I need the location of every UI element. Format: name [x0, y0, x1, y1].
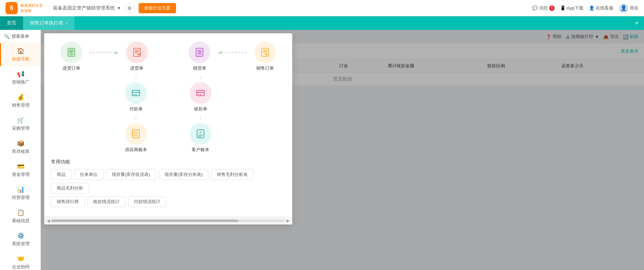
func-btn-sales-rank[interactable]: 销售排行榜 [51, 196, 85, 207]
finance-icon: 💳 [17, 163, 24, 170]
sales-order-node: $ 销售订单 [248, 41, 282, 71]
customer-ledger-label: 客户账本 [192, 147, 209, 153]
func-btn-partner[interactable]: 往来单位 [74, 169, 103, 180]
receipt-bill-down-arrow: ↓ [199, 113, 202, 122]
svg-text:¥: ¥ [135, 93, 137, 96]
basic-info-icon: 📋 [17, 209, 24, 216]
logo-area: 6 畅康通好生意 标准版 [5, 2, 46, 14]
supplier-ledger-icon [125, 123, 147, 145]
sidebar-item-quick-nav[interactable]: 🏠 快捷导航 [0, 43, 40, 66]
func-btn-stock-status[interactable]: 现存量(库存状况表) [106, 169, 156, 180]
purchase-bill-node: 进货单 [120, 41, 154, 71]
tab-sales-order[interactable]: 销售订单执行表 × [23, 16, 74, 30]
header-right: 💬 消息 6 📱 App下载 👤 在线客服 👤 用友 [532, 3, 639, 13]
sales-bill-icon [189, 41, 210, 63]
payment-bill-down-arrow: ↓ [135, 113, 137, 122]
scroll-right-button[interactable]: ▶ [286, 218, 290, 223]
svg-rect-28 [132, 131, 133, 132]
top-header: 6 畅康通好生意 标准版 装备及固定资产辅助管理系统 ▼ ⚙ 体验行业方案 💬 … [0, 0, 644, 16]
sidebar-item-finance[interactable]: 💳 资金管理 [0, 159, 40, 182]
tab-close-icon[interactable]: × [65, 21, 68, 25]
tab-home[interactable]: 首页 [0, 16, 23, 30]
svg-text:¥: ¥ [199, 93, 202, 96]
system-title: 装备及固定资产辅助管理系统 ▼ [53, 5, 121, 11]
sidebar-item-inventory[interactable]: 📦 库存核算 [0, 136, 40, 159]
scrollbar-track[interactable] [51, 219, 285, 222]
marketing-icon: 📢 [17, 70, 24, 78]
modal-scrollbar: ◀ ▶ [44, 217, 292, 224]
modal-box: 进货订单 ▶ [44, 33, 292, 224]
func-btn-product-profit[interactable]: 商品毛利分析 [51, 183, 89, 194]
sidebar-item-operations[interactable]: 📊 经营管理 [0, 182, 40, 205]
func-btn-product[interactable]: 商品 [51, 169, 71, 180]
purchase-order-node: 进货订单 [54, 41, 88, 71]
sidebar-item-sales[interactable]: 💰 销售管理 [0, 89, 40, 112]
func-btn-sales-profit[interactable]: 销售毛利分析表 [211, 169, 254, 180]
svg-rect-29 [132, 133, 133, 134]
func-btn-stock-dist[interactable]: 现存量(库存分布表) [159, 169, 209, 180]
service-icon: 👤 [589, 5, 594, 11]
sidebar: 🔍 搜索菜单 🏠 快捷导航 📢 营销推广 💰 销售管理 🛒 采购管理 📦 库存核… [0, 30, 41, 270]
scroll-left-button[interactable]: ◀ [47, 218, 50, 223]
svg-point-21 [133, 94, 135, 95]
sidebar-item-marketing[interactable]: 📢 营销推广 [0, 66, 40, 89]
nav-tabs: 首页 销售订单执行表 × × [0, 16, 644, 30]
message-icon: 💬 [532, 5, 538, 11]
svg-point-25 [198, 94, 199, 95]
sales-icon: 💰 [17, 93, 24, 101]
func-btn-payment-stat[interactable]: 付款情况统计 [128, 196, 166, 207]
common-functions-title: 常用功能 [51, 159, 285, 165]
purchase-bill-label: 进货单 [130, 65, 143, 71]
close-all-tabs-button[interactable]: × [629, 20, 644, 27]
online-service-button[interactable]: 👤 在线客服 [589, 5, 613, 11]
func-btn-receipt-stat[interactable]: 收款情况统计 [87, 196, 125, 207]
app-download-button[interactable]: 📱 App下载 [560, 5, 584, 11]
purchase-order-icon [60, 41, 82, 63]
svg-point-35 [199, 131, 202, 134]
sidebar-item-basic-info[interactable]: 📋 基础信息 [0, 205, 40, 228]
system-dropdown-arrow[interactable]: ▼ [117, 6, 121, 11]
purchase-bill-down-arrow: ↓ [135, 73, 137, 81]
receipt-bill-label: 收款单 [194, 106, 207, 112]
inventory-icon: 📦 [17, 140, 24, 147]
customer-ledger-node: 客户账本 [184, 123, 217, 153]
workflow-diagram: 进货订单 ▶ [44, 33, 292, 159]
sales-order-label: 销售订单 [256, 65, 274, 71]
search-menu-button[interactable]: 🔍 搜索菜单 [0, 30, 40, 43]
supplier-ledger-node: 供应商账本 [119, 123, 153, 153]
main-content: ❓ 帮助 🖨 按模板打印 ▼ 📤 导出 🔄 刷新 📅 ~ 📅 [41, 30, 644, 270]
purchase-order-label: 进货订单 [63, 65, 80, 71]
customer-ledger-icon [190, 123, 211, 145]
sales-bill-label: 销货单 [193, 65, 206, 71]
modal-overlay[interactable]: 进货订单 ▶ [41, 30, 644, 270]
payment-bill-node: ¥ 付款单 [119, 82, 153, 112]
scrollbar-thumb [51, 219, 238, 222]
settings-button[interactable]: ⚙ [125, 3, 135, 13]
receipt-bill-node: ¥ 收款单 [184, 82, 217, 112]
avatar: 👤 [619, 3, 628, 13]
payment-bill-label: 付款单 [129, 106, 143, 112]
experience-button[interactable]: 体验行业方案 [139, 3, 176, 13]
sidebar-item-system[interactable]: ⚙️ 系统管理 [0, 228, 40, 251]
supplier-ledger-label: 供应商账本 [125, 147, 147, 153]
sales-bill-node: 销货单 [182, 41, 216, 71]
download-icon: 📱 [560, 5, 565, 11]
message-button[interactable]: 💬 消息 6 [532, 5, 555, 11]
func-buttons-row1: 商品 往来单位 现存量(库存状况表) 现存量(库存分布表) 销售毛利分析表 商品… [51, 169, 285, 194]
message-badge: 6 [549, 5, 555, 11]
system-icon: ⚙️ [17, 232, 24, 239]
search-icon: 🔍 [4, 34, 10, 39]
sidebar-item-purchase[interactable]: 🛒 采购管理 [0, 112, 40, 136]
user-menu[interactable]: 👤 用友 [619, 3, 639, 13]
payment-bill-icon: ¥ [125, 82, 147, 104]
svg-rect-4 [134, 48, 140, 56]
operations-icon: 📊 [17, 186, 24, 193]
func-buttons-row2: 销售排行榜 收款情况统计 付款情况统计 [51, 196, 285, 207]
main-layout: 🔍 搜索菜单 🏠 快捷导航 📢 营销推广 💰 销售管理 🛒 采购管理 📦 库存核… [0, 30, 644, 270]
purchase-icon: 🛒 [17, 116, 24, 124]
receipt-bill-icon: ¥ [190, 82, 211, 104]
enterprise-icon: 🤝 [17, 255, 24, 263]
sales-order-icon: $ [254, 41, 276, 63]
sidebar-item-enterprise[interactable]: 🤝 企业协同 [0, 251, 40, 270]
purchase-bill-icon [126, 41, 148, 63]
